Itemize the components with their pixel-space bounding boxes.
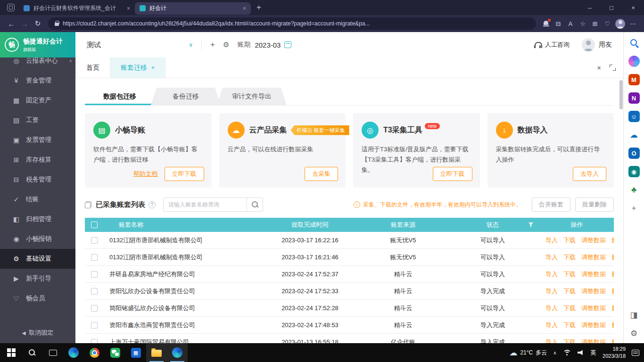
tab-backup-migration[interactable]: 备份迁移 [151,88,221,105]
row-checkbox[interactable] [91,271,98,278]
import-link[interactable]: 导入 [545,253,558,262]
sidebar-item-inventory[interactable]: ⊞ 库存核算 [0,150,75,170]
chrome-app[interactable] [84,343,105,362]
select-all-checkbox[interactable] [91,222,98,228]
content-scrollbar[interactable] [619,80,623,109]
hide-sidebar-icon[interactable]: ◨ [628,309,640,321]
edge-app[interactable] [63,343,84,362]
tab-close-icon[interactable]: × [243,5,246,12]
sidebar-item-invoices[interactable]: ▣ 发票管理 [0,130,75,150]
help-icon[interactable] [149,201,156,208]
tab-close-icon[interactable]: × [127,5,130,12]
browser-tab-haokuaiji[interactable]: 好会计 × [135,2,251,15]
file-explorer-app[interactable] [146,343,167,362]
onedrive-icon[interactable]: ☁ [628,129,640,141]
fullscreen-icon[interactable] [610,65,616,71]
drop-icon[interactable]: ◉ [628,165,640,178]
delete-link[interactable]: 删除 [611,270,614,279]
action-center-icon[interactable] [632,350,639,356]
adjust-data-link[interactable]: 调整数据 [581,270,606,279]
download-now-button[interactable]: 立即下载 [433,167,472,181]
collections-icon[interactable]: ⊞ [589,17,601,30]
sidebar-item-closing[interactable]: ✓ 结账 [0,189,75,209]
sidebar-item-member[interactable]: ♡ 畅会员 [0,288,75,308]
delete-link[interactable]: 删除 [611,321,614,329]
download-link[interactable]: 下载 [563,236,576,245]
import-link[interactable]: 导入 [545,236,558,245]
import-link[interactable]: 导入 [545,321,558,329]
delete-link[interactable]: 删除 [611,304,614,313]
help-doc-link[interactable]: 帮助文档 [133,170,158,178]
taskbar-clock[interactable]: 18:29 2023/3/18 [603,346,626,360]
human-consult-button[interactable]: 人工咨询 [545,41,570,49]
task-view-button[interactable] [42,343,63,362]
maximize-button[interactable]: □ [601,0,622,15]
user-name[interactable]: 用友 [599,41,612,49]
split-screen-icon[interactable]: ⊟ [552,17,564,30]
favorites-icon[interactable]: ☆ [577,17,589,30]
page-tab-home[interactable]: 首页 [75,58,110,78]
unpin-sidebar-button[interactable]: ◀ 取消固定 [0,322,75,343]
sidebar-item-cloud-reports[interactable]: ◎ 云报表中心 [0,58,75,71]
weather-widget[interactable]: ☁ 21°C 多云 [509,348,547,358]
sidebar-item-basic-settings[interactable]: ⚙ 基础设置 [0,249,75,269]
import-link[interactable]: 导入 [545,287,558,296]
refresh-icon[interactable]: ↻ [31,17,44,30]
taskbar-search-button[interactable] [22,343,42,362]
download-link[interactable]: 下载 [563,253,576,262]
tab-data-package-migration[interactable]: 数据包迁移 [85,88,155,105]
adjust-data-link[interactable]: 调整数据 [581,321,606,329]
import-link[interactable]: 导入 [545,338,558,344]
row-checkbox[interactable] [91,237,98,244]
new-tab-button[interactable]: + [256,3,261,12]
download-link[interactable]: 下载 [563,287,576,296]
page-tab-account-migration[interactable]: 账套迁移 × [110,58,165,78]
sidebar-item-reimburse[interactable]: ◉ 小畅报销 [0,229,75,249]
volume-icon[interactable] [578,350,585,355]
network-icon[interactable] [563,350,571,356]
search-input[interactable] [164,201,247,208]
import-link[interactable]: 导入 [545,304,558,313]
go-collect-button[interactable]: 去采集 [305,167,338,181]
sidebar-item-funds[interactable]: ¥ 资金管理 [0,71,75,90]
start-button[interactable] [1,343,22,362]
browser-tab-system[interactable]: 好会计云财务软件管理系统_会计 × [19,2,135,15]
wechat-app[interactable] [105,343,125,362]
row-checkbox[interactable] [91,288,98,295]
download-link[interactable]: 下载 [563,338,576,344]
back-icon[interactable]: ← [5,17,18,30]
download-now-button[interactable]: 立即下载 [165,167,204,181]
adjust-data-link[interactable]: 调整数据 [581,338,606,344]
close-button[interactable]: × [622,0,644,15]
add-account-set-button[interactable]: + [210,40,215,49]
filter-icon[interactable] [528,222,533,227]
delete-link[interactable]: 删除 [611,236,614,245]
notification-bell-icon[interactable] [540,17,552,30]
delete-link[interactable]: 删除 [611,253,614,262]
outlook-icon[interactable]: O [628,147,640,159]
search-button[interactable] [247,198,263,211]
people-icon[interactable]: ☺ [628,110,640,123]
batch-delete-button[interactable]: 批量删除 [575,197,614,212]
tab-audit-file-export[interactable]: 审计文件导出 [217,88,287,105]
edge-browser-app[interactable] [167,343,188,362]
merge-account-sets-button[interactable]: 合并账套 [532,197,570,212]
browser-essentials-icon[interactable]: ♡ [601,17,613,30]
add-sidebar-app-icon[interactable]: + [628,202,640,214]
row-checkbox[interactable] [91,305,98,312]
download-link[interactable]: 下载 [563,321,576,329]
adjust-data-link[interactable]: 调整数据 [581,253,606,262]
adjust-data-link[interactable]: 调整数据 [581,236,606,245]
sidebar-item-archive[interactable]: ◧ 归档管理 [0,209,75,229]
tree-planting-icon[interactable]: ♣ [628,184,640,196]
account-set-dropdown[interactable]: 测试 ∨ [87,41,193,49]
import-link[interactable]: 导入 [545,270,558,279]
calendar-icon[interactable] [284,41,291,48]
period-value[interactable]: 2023-03 [255,41,281,49]
row-checkbox[interactable] [91,339,98,344]
page-tab-close-icon[interactable]: × [151,65,155,71]
scroll-up-icon[interactable]: ∧ [69,58,72,63]
copilot-icon[interactable] [628,55,640,67]
sidebar-item-tax[interactable]: ⊟ 税务管理 [0,170,75,189]
url-field[interactable]: https://cloud2.chanjet.com/accounting/uh… [48,17,536,30]
